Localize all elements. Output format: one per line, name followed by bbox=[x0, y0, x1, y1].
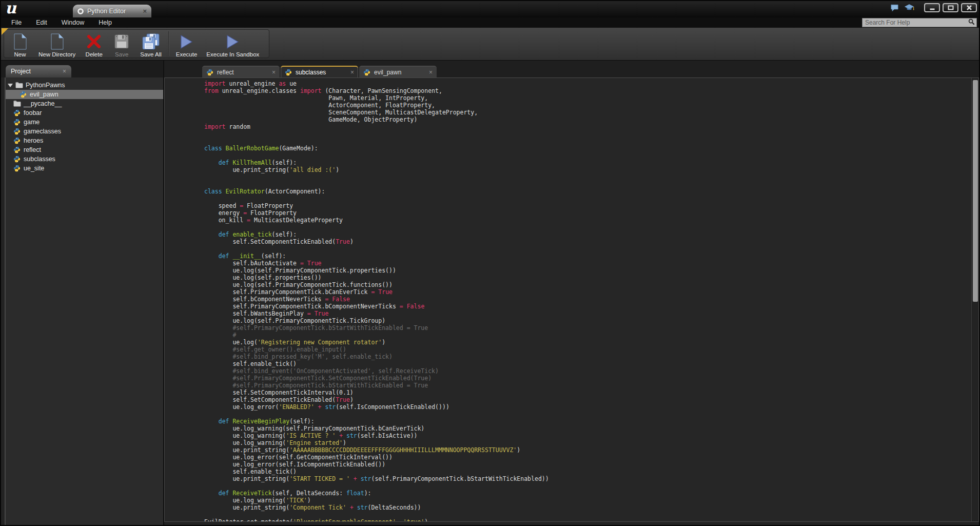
search-for-help-box[interactable] bbox=[862, 18, 977, 27]
tree-item-pythonpawns[interactable]: PythonPawns bbox=[6, 81, 163, 90]
editor-tab-close-icon[interactable]: × bbox=[429, 69, 433, 76]
code-line: ue.print_string('AAAAABBBBBCCCCDDDDEEEEF… bbox=[204, 446, 978, 454]
save-all-icon bbox=[142, 32, 160, 51]
code-line: ActorComponent, FloatProperty, bbox=[204, 102, 978, 109]
code-line bbox=[204, 130, 978, 138]
toolbar-button-execute-in-sandbox[interactable]: Execute In Sandbox bbox=[202, 30, 264, 57]
editor-panel: reflect× subclasses× evil_pawn× import u… bbox=[164, 61, 979, 525]
code-line: import random bbox=[204, 123, 978, 130]
tree-item-evil-pawn[interactable]: evil_pawn bbox=[6, 90, 163, 99]
minimize-button[interactable] bbox=[924, 3, 940, 12]
toolbar-button-label: Save All bbox=[140, 51, 162, 57]
toolbar-button-save[interactable]: Save bbox=[108, 30, 135, 57]
editor-tab-reflect[interactable]: reflect× bbox=[202, 66, 280, 77]
tree-item-label: game bbox=[24, 119, 40, 126]
save-gray-icon bbox=[112, 32, 131, 51]
python-icon bbox=[13, 146, 21, 153]
code-line: ue.log(self.PrimaryComponentTick.TickGro… bbox=[204, 317, 978, 324]
toolbar-button-new[interactable]: New bbox=[6, 30, 34, 57]
code-editor[interactable]: import unreal_engine as uefrom unreal_en… bbox=[164, 77, 979, 522]
code-line: # bbox=[204, 332, 978, 339]
code-line: ue.log_warning('TICK') bbox=[204, 497, 978, 504]
close-button[interactable] bbox=[961, 3, 977, 12]
code-line: EvilRotator.set_metadata('BlueprintSpawn… bbox=[204, 518, 978, 522]
menubar: FileEditWindowHelp bbox=[1, 17, 979, 28]
menu-item-edit[interactable]: Edit bbox=[29, 17, 54, 28]
project-tree[interactable]: PythonPawns evil_pawn __pycache__ foobar… bbox=[5, 77, 163, 525]
code-line: ue.log(self.PrimaryComponentTick.functio… bbox=[204, 281, 978, 288]
menubar-items: FileEditWindowHelp bbox=[4, 17, 119, 28]
scrollbar-thumb[interactable] bbox=[973, 80, 978, 302]
editor-tab-label: evil_pawn bbox=[374, 69, 426, 76]
toolbar-button-new-directory[interactable]: New Directory bbox=[34, 30, 80, 57]
tree-item-subclasses[interactable]: subclasses bbox=[6, 154, 163, 164]
toolbar-button-label: New Directory bbox=[38, 51, 75, 57]
editor-tab-subclasses[interactable]: subclasses× bbox=[281, 66, 358, 77]
editor-tab-label: subclasses bbox=[296, 69, 347, 76]
python-icon bbox=[13, 137, 21, 144]
app-tab-python-editor[interactable]: Python Editor × bbox=[73, 5, 151, 17]
search-input[interactable] bbox=[865, 19, 968, 26]
project-tab-close-icon[interactable]: × bbox=[63, 68, 66, 75]
code-line: #self.PrimaryComponentTick.bStartWithTic… bbox=[204, 382, 978, 389]
toolbar-button-execute[interactable]: Execute bbox=[171, 30, 202, 57]
app-tab-label: Python Editor bbox=[87, 8, 126, 15]
project-tab-label: Project bbox=[11, 68, 31, 75]
unreal-engine-logo: u bbox=[5, 0, 16, 16]
toolbar-button-save-all[interactable]: Save All bbox=[135, 30, 166, 57]
tree-item-ue-site[interactable]: ue_site bbox=[6, 164, 163, 173]
menu-item-window[interactable]: Window bbox=[54, 17, 91, 28]
code-line: ue.log_warning('IS ACTIVE ? ' + str(self… bbox=[204, 432, 978, 439]
toolbar-button-delete[interactable]: Delete bbox=[80, 30, 108, 57]
toolbar-button-label: Delete bbox=[86, 51, 103, 57]
delete-x-icon bbox=[85, 32, 103, 51]
main-area: Project × PythonPawns evil_pawn __pycach… bbox=[1, 61, 979, 525]
play-icon bbox=[178, 32, 196, 51]
code-content[interactable]: import unreal_engine as uefrom unreal_en… bbox=[165, 78, 978, 522]
maximize-button[interactable] bbox=[943, 3, 958, 12]
menu-item-file[interactable]: File bbox=[4, 17, 29, 28]
python-icon bbox=[13, 165, 21, 172]
tree-item-gameclasses[interactable]: gameclasses bbox=[6, 127, 163, 136]
python-icon bbox=[13, 119, 21, 126]
expander-icon[interactable] bbox=[8, 84, 13, 87]
tree-item-foobar[interactable]: foobar bbox=[6, 108, 163, 118]
code-line bbox=[204, 152, 978, 159]
project-tab[interactable]: Project × bbox=[6, 65, 71, 77]
app-window: u Python Editor × bbox=[0, 0, 980, 526]
app-tab-close-icon[interactable]: × bbox=[143, 7, 147, 15]
editor-tab-evil-pawn[interactable]: evil_pawn× bbox=[359, 66, 437, 77]
python-icon bbox=[13, 155, 21, 163]
code-line: ue.log('Registering new Component rotato… bbox=[204, 339, 978, 346]
code-line: ue.log_error(self.IsComponentTickEnabled… bbox=[204, 461, 978, 468]
code-line bbox=[204, 411, 978, 418]
folder-icon bbox=[13, 101, 21, 107]
tree-item-game[interactable]: game bbox=[6, 118, 163, 127]
code-line: ue.print_string('all died :(') bbox=[204, 166, 978, 173]
code-line: Pawn, Material, IntProperty, bbox=[204, 94, 978, 102]
editor-tab-close-icon[interactable]: × bbox=[350, 69, 354, 76]
code-line: def KillThemAll(self): bbox=[204, 159, 978, 166]
tree-item-heroes[interactable]: heroes bbox=[6, 136, 163, 145]
toolbar-button-label: Execute bbox=[176, 51, 198, 57]
tutorial-graduation-cap-icon[interactable] bbox=[904, 3, 914, 12]
code-line: on_kill = MulticastDelegateProperty bbox=[204, 217, 978, 224]
menu-item-help[interactable]: Help bbox=[91, 17, 119, 28]
code-line: from unreal_engine.classes import (Chara… bbox=[204, 87, 978, 94]
toolbar-button-label: New bbox=[14, 51, 26, 57]
editor-tab-close-icon[interactable]: × bbox=[272, 69, 276, 76]
chat-bubble-icon[interactable] bbox=[889, 3, 899, 12]
tree-item--pycache-[interactable]: __pycache__ bbox=[6, 99, 163, 108]
titlebar[interactable]: u Python Editor × bbox=[1, 1, 979, 17]
tree-item-label: heroes bbox=[24, 137, 43, 144]
tree-item-label: __pycache__ bbox=[24, 100, 62, 107]
code-line: def enable_tick(self): bbox=[204, 231, 978, 238]
tree-item-label: foobar bbox=[24, 109, 42, 116]
tree-item-reflect[interactable]: reflect bbox=[6, 145, 163, 154]
code-line: class BallerRobotGame(GameMode): bbox=[204, 145, 978, 152]
tree-item-label: evil_pawn bbox=[30, 91, 58, 98]
code-line: speed = FloatProperty bbox=[204, 202, 978, 209]
vertical-scrollbar[interactable] bbox=[971, 78, 978, 521]
tutorial-corner-flag-icon[interactable] bbox=[2, 28, 8, 35]
code-line: def ReceiveTick(self, DeltaSeconds: floa… bbox=[204, 490, 978, 497]
